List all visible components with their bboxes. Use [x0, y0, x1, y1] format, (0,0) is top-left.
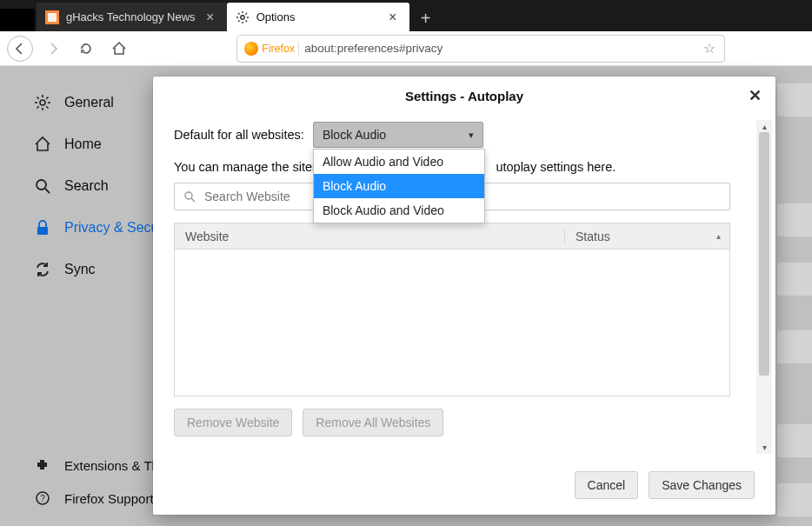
sidebar-item-label: Sync: [64, 262, 96, 277]
search-icon: [183, 190, 196, 203]
dialog-close-button[interactable]: ✕: [742, 83, 767, 108]
reload-button[interactable]: [73, 36, 99, 62]
sidebar-item-label: Firefox Support: [64, 491, 154, 506]
svg-line-10: [245, 13, 247, 15]
svg-line-7: [238, 13, 240, 15]
svg-line-8: [245, 20, 247, 22]
tab-ghacks[interactable]: gHacks Technology News ×: [37, 3, 227, 31]
option-allow-audio-video[interactable]: Allow Audio and Video: [314, 150, 484, 174]
background-panels: [777, 83, 812, 516]
tab-title: gHacks Technology News: [66, 10, 196, 23]
dialog-title: Settings - Autoplay: [405, 89, 523, 103]
bookmark-star-icon[interactable]: ☆: [700, 40, 719, 57]
gear-icon: [236, 10, 250, 24]
sidebar-item-label: Extensions & Themes: [64, 458, 160, 473]
dialog-actions: Cancel Save Changes: [153, 459, 775, 515]
select-value: Block Audio: [323, 128, 386, 142]
desc-prefix: You can manage the sites: [174, 160, 318, 174]
back-button[interactable]: [7, 36, 33, 62]
sidebar-item-label: Search: [64, 178, 109, 194]
save-changes-button[interactable]: Save Changes: [649, 471, 755, 499]
tab-strip: gHacks Technology News × Options × +: [37, 0, 439, 31]
svg-point-20: [37, 180, 46, 190]
autoplay-dropdown: Allow Audio and Video Block Audio Block …: [313, 149, 485, 223]
sidebar-item-label: General: [64, 95, 114, 110]
identity-label: Firefox: [262, 43, 295, 55]
bg-panel: [777, 83, 812, 117]
svg-line-26: [191, 198, 195, 202]
close-icon[interactable]: ×: [203, 10, 218, 25]
puzzle-icon: [33, 457, 52, 473]
chevron-down-icon: ▾: [469, 130, 474, 141]
default-autoplay-select[interactable]: Block Audio ▾ Allow Audio and Video Bloc…: [313, 122, 483, 148]
svg-rect-22: [37, 227, 48, 235]
lock-icon: [33, 219, 52, 236]
sidebar-footer: Extensions & Themes ? Firefox Support: [33, 453, 160, 510]
url-bar[interactable]: Firefox about:preferences#privacy ☆: [236, 35, 725, 63]
svg-point-11: [40, 100, 45, 105]
svg-line-18: [37, 106, 39, 108]
tab-options[interactable]: Options ×: [227, 3, 409, 31]
column-status-label: Status: [576, 230, 610, 243]
websites-table: Website Status ▴: [174, 223, 730, 396]
svg-text:?: ?: [40, 494, 45, 503]
bg-panel: [777, 263, 812, 296]
help-icon: ?: [33, 490, 52, 506]
svg-line-17: [46, 106, 48, 108]
sort-indicator-icon: ▴: [716, 231, 721, 241]
window-titlebar: gHacks Technology News × Options × +: [0, 0, 812, 31]
sidebar-item-label: Home: [64, 136, 102, 152]
svg-line-21: [45, 189, 50, 193]
svg-rect-1: [48, 13, 57, 22]
column-status[interactable]: Status ▴: [564, 230, 729, 243]
table-header: Website Status ▴: [175, 223, 729, 250]
gear-icon: [33, 94, 52, 111]
favicon-ghacks: [45, 10, 59, 24]
bg-panel: [777, 203, 812, 236]
url-text: about:preferences#privacy: [304, 42, 695, 55]
svg-line-19: [46, 97, 48, 99]
svg-line-16: [37, 97, 39, 99]
remove-website-button[interactable]: Remove Website: [174, 409, 292, 436]
identity-box[interactable]: Firefox: [243, 42, 299, 56]
dialog-scrollbar[interactable]: ▴ ▾: [756, 120, 772, 454]
scroll-up-arrow[interactable]: ▴: [756, 122, 772, 131]
sync-icon: [33, 261, 52, 278]
firefox-icon: [244, 42, 258, 56]
new-tab-button[interactable]: +: [413, 5, 439, 31]
remove-all-websites-button[interactable]: Remove All Websites: [303, 409, 443, 436]
dialog-header: Settings - Autoplay ✕: [153, 77, 775, 115]
default-label: Default for all websites:: [174, 128, 304, 142]
column-website[interactable]: Website: [175, 230, 564, 243]
scroll-down-arrow[interactable]: ▾: [756, 443, 772, 452]
cancel-button[interactable]: Cancel: [575, 471, 639, 499]
bg-panel: [777, 330, 812, 363]
sidebar-item-support[interactable]: ? Firefox Support: [33, 486, 160, 510]
option-block-audio-video[interactable]: Block Audio and Video: [314, 198, 484, 223]
scroll-thumb[interactable]: [759, 132, 769, 376]
tab-title: Options: [256, 10, 296, 23]
svg-point-25: [185, 192, 192, 199]
home-icon: [33, 136, 52, 153]
close-icon[interactable]: ×: [385, 10, 401, 25]
option-block-audio[interactable]: Block Audio: [314, 174, 484, 198]
sidebar-item-extensions[interactable]: Extensions & Themes: [33, 453, 160, 477]
dialog-body: ▴ ▾ Default for all websites: Block Audi…: [153, 115, 775, 459]
bg-panel: [777, 424, 812, 457]
desc-suffix: utoplay settings here.: [496, 160, 616, 174]
svg-point-2: [240, 15, 243, 18]
autoplay-settings-dialog: Settings - Autoplay ✕ ▴ ▾ Default for al…: [153, 77, 775, 515]
forward-button[interactable]: [40, 36, 66, 62]
window-system-button[interactable]: [0, 9, 35, 31]
search-icon: [33, 177, 52, 195]
svg-line-9: [238, 20, 240, 22]
bg-panel: [777, 483, 812, 516]
navigation-toolbar: Firefox about:preferences#privacy ☆: [0, 31, 812, 66]
sidebar-item-label: Privacy & Security: [64, 220, 160, 236]
home-button[interactable]: [106, 36, 132, 62]
